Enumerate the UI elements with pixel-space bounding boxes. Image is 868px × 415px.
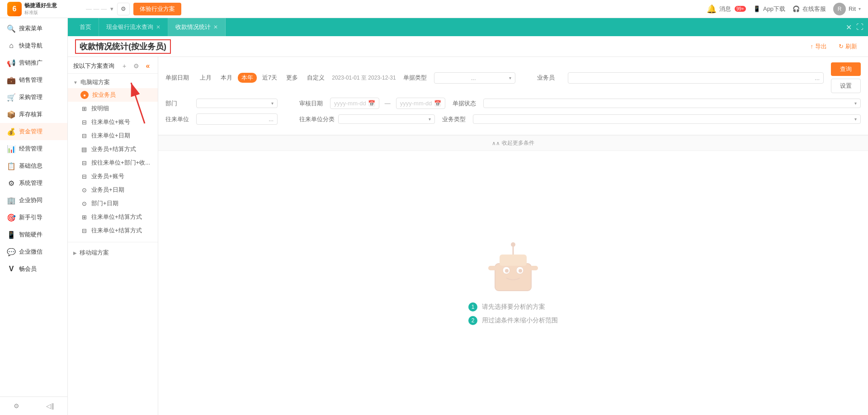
notification-area[interactable]: 🔔 消息 99+ <box>707 4 746 14</box>
sidebar-item-finance[interactable]: 💰 资金管理 <box>0 123 67 140</box>
filter-dept-select[interactable]: ▾ <box>196 99 278 108</box>
app-download-area[interactable]: 📱 App下载 <box>753 5 785 13</box>
scheme-item-partner-date[interactable]: ⊟ 往来单位+日期 <box>68 129 158 142</box>
operations-icon: 📊 <box>7 145 15 153</box>
businesstype-dropdown-arrow: ▾ <box>854 117 857 122</box>
scheme-item-salesperson-settlement[interactable]: ▤ 业务员+结算方式 <box>68 142 158 156</box>
tab-receipt[interactable]: 收款情况统计 ✕ <box>168 18 226 36</box>
filter-salesperson-more[interactable]: ... <box>815 75 820 81</box>
mobile-group-arrow: ▶ <box>73 250 77 255</box>
close-all-tabs-btn[interactable]: ✕ <box>846 23 852 32</box>
sidebar-menu: 🔍 搜索菜单 ⌂ 快捷导航 📢 营销推广 💼 销售管理 🛒 采购管理 <box>0 18 67 396</box>
filter-partner-more[interactable]: ... <box>269 116 274 123</box>
scheme-add-btn[interactable]: + <box>120 61 129 71</box>
sidebar-item-wechat[interactable]: 💬 企业微信 <box>0 243 67 260</box>
sidebar-item-label-finance: 资金管理 <box>19 127 42 136</box>
scheme-desktop-group-header[interactable]: ▼ 电脑端方案 <box>68 76 158 88</box>
refresh-button[interactable]: ↻ 刷新 <box>835 41 861 52</box>
date-tab-last7[interactable]: 近7天 <box>259 73 281 83</box>
scheme-item-salesperson-date[interactable]: ⊙ 业务员+日期 <box>68 183 158 197</box>
scheme-item-label-7: 业务员+日期 <box>91 186 124 194</box>
sidebar-item-marketing[interactable]: 📢 营销推广 <box>0 54 67 71</box>
tab-receipt-close[interactable]: ✕ <box>213 24 218 30</box>
date-tab-more[interactable]: 更多 <box>283 73 302 83</box>
sidebar-item-label-operations: 经营管理 <box>19 145 42 153</box>
scheme-collapse-btn[interactable]: « <box>143 61 152 71</box>
sidebar-item-label-marketing: 营销推广 <box>19 59 42 67</box>
footer-collapse-btn[interactable]: ◁‖ <box>42 401 58 411</box>
date-range-display: 2023-01-01 至 2023-12-31 <box>332 74 396 82</box>
scheme-item-by-salesperson[interactable]: ● 按业务员 <box>68 88 158 102</box>
export-button[interactable]: ↑ 导出 <box>807 41 831 52</box>
page-header: 收款情况统计(按业务员) ↑ 导出 ↻ 刷新 <box>68 36 868 57</box>
sidebar-item-system[interactable]: ⚙ 系统管理 <box>0 174 67 192</box>
scheme-item-by-detail[interactable]: ⊞ 按明细 <box>68 102 158 115</box>
user-area[interactable]: R Rit ▾ <box>833 3 861 15</box>
filter-row-3: 往来单位 ... 往来单位分类 <box>165 113 861 125</box>
sidebar-item-enterprise[interactable]: 🏢 企业协同 <box>0 192 67 209</box>
sidebar-item-quicknav[interactable]: ⌂ 快捷导航 <box>0 37 67 54</box>
app-edition: 标准版 <box>24 9 57 16</box>
filter-date-tabs: 上月 本月 本年 近7天 更多 自定义 2023-01-01 至 2023-12… <box>196 73 396 83</box>
trial-button[interactable]: 体验行业方案 <box>133 3 181 15</box>
sidebar-item-sales[interactable]: 💼 销售管理 <box>0 71 67 89</box>
filter-doctype-select[interactable]: ... ▾ <box>434 72 515 84</box>
scheme-item-partner-account[interactable]: ⊟ 往来单位+账号 <box>68 115 158 129</box>
wechat-icon: 💬 <box>7 248 15 256</box>
sidebar-item-purchase[interactable]: 🛒 采购管理 <box>0 89 67 106</box>
scheme-item-dept-date[interactable]: ⊙ 部门+日期 <box>68 197 158 210</box>
scheme-item-label-1: 按明细 <box>91 104 109 113</box>
settings-btn[interactable]: 设置 <box>831 79 861 93</box>
tab-bank-close[interactable]: ✕ <box>156 24 160 30</box>
svg-rect-3 <box>500 255 527 266</box>
filter-reviewdate-end[interactable]: yyyy-mm-dd 📅 <box>396 98 445 109</box>
scheme-item-partner-settlement[interactable]: ⊞ 往来单位+结算方式 <box>68 210 158 224</box>
sidebar-item-hardware[interactable]: 📱 智能硬件 <box>0 226 67 243</box>
scheme-title: 按以下方案查询 <box>73 62 114 70</box>
filter-reviewdate-start[interactable]: yyyy-mm-dd 📅 <box>330 98 379 109</box>
scheme-item-partner-settlement2[interactable]: ⊟ 往来单位+结算方式 <box>68 224 158 237</box>
sidebar-item-member[interactable]: V 畅会员 <box>0 260 67 278</box>
sidebar-item-operations[interactable]: 📊 经营管理 <box>0 140 67 157</box>
sidebar-item-inventory[interactable]: 📦 库存核算 <box>0 106 67 123</box>
query-button[interactable]: 查询 <box>831 62 861 76</box>
date-tab-lastmonth[interactable]: 上月 <box>196 73 215 83</box>
filter-salesperson-select[interactable]: ... <box>568 72 824 84</box>
sidebar-item-search[interactable]: 🔍 搜索菜单 <box>0 20 67 37</box>
item-icon-5: ⊟ <box>80 159 88 166</box>
scheme-item-partner-dept-receipt[interactable]: ⊟ 按往来单位+部门+收... <box>68 156 158 170</box>
sidebar-item-basicinfo[interactable]: 📋 基础信息 <box>0 157 67 174</box>
filter-docstatus-select[interactable]: ▾ <box>483 99 861 108</box>
svg-rect-11 <box>530 266 538 270</box>
date-tab-custom[interactable]: 自定义 <box>303 73 328 83</box>
tab-home[interactable]: 首页 <box>72 18 99 36</box>
filter-doctype-more[interactable]: ... <box>471 75 476 81</box>
empty-icon <box>486 241 540 295</box>
online-service-area[interactable]: 🎧 在线客服 <box>793 5 826 13</box>
tab-bank[interactable]: 现金银行流水查询 ✕ <box>99 18 168 36</box>
filter-partnercategory-select[interactable]: ▾ <box>338 114 435 124</box>
scheme-settings-btn[interactable]: ⚙ <box>132 61 141 71</box>
item-icon-10: ⊟ <box>80 227 88 234</box>
collapse-bar[interactable]: ∧∧ 收起更多条件 <box>158 135 868 151</box>
sidebar-item-label-wechat: 企业微信 <box>19 248 42 256</box>
settings-btn[interactable]: ⚙ <box>117 3 130 15</box>
maximize-btn[interactable]: ⛶ <box>856 23 863 31</box>
step-2-num: 2 <box>468 316 477 325</box>
dropdown-arrow[interactable]: ▾ <box>110 5 113 12</box>
filter-businesstype-label: 业务类型 <box>442 115 469 123</box>
filter-salesperson-item: 业务员 ... <box>537 72 824 84</box>
filter-docstatus-label: 单据状态 <box>453 99 480 108</box>
date-tab-thismonth[interactable]: 本月 <box>217 73 236 83</box>
sidebar-item-guide[interactable]: 🎯 新手引导 <box>0 209 67 226</box>
filter-partner-select[interactable]: ... <box>196 113 278 125</box>
empty-state: 1 请先选择要分析的方案 2 用过滤条件来缩小分析范围 <box>158 151 868 415</box>
footer-settings-btn[interactable]: ⚙ <box>10 401 23 411</box>
date-tab-thisyear[interactable]: 本年 <box>238 73 257 83</box>
sidebar-item-label-hardware: 智能硬件 <box>19 231 42 239</box>
filter-businesstype-select[interactable]: ▾ <box>473 114 861 124</box>
scheme-mobile-group-header[interactable]: ▶ 移动端方案 <box>68 247 158 259</box>
scheme-item-salesperson-account[interactable]: ⊟ 业务员+账号 <box>68 170 158 183</box>
filter-panel: 单据日期 上月 本月 本年 近7天 更多 自定义 2023-01-01 至 20… <box>158 57 868 415</box>
item-icon-1: ⊞ <box>80 105 88 112</box>
